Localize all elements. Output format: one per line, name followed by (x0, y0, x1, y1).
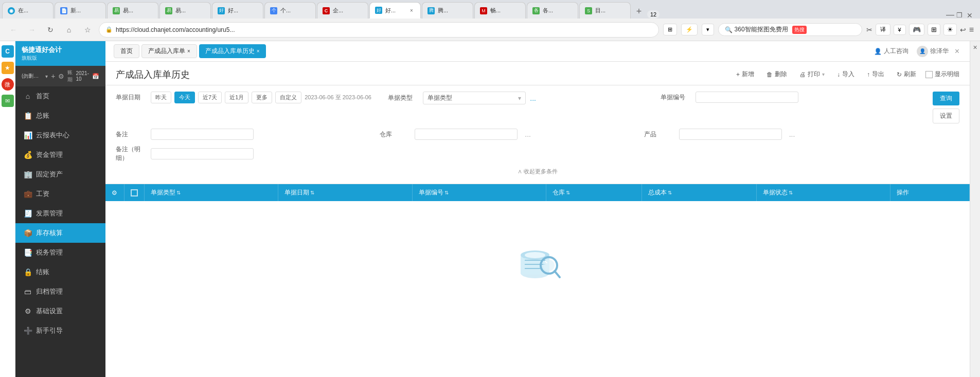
date-1month-btn[interactable]: 近1月 (225, 92, 248, 103)
th-checkbox[interactable] (124, 184, 144, 201)
sidebar-calendar-icon[interactable]: 📅 (92, 73, 99, 80)
warehouse-filter-input[interactable] (415, 129, 518, 140)
app-icon-star[interactable]: ★ (2, 62, 14, 74)
address-input[interactable]: 🔒 https://cloud.chanjet.com/accounting/u… (99, 22, 659, 38)
minimize-button[interactable]: — (946, 11, 953, 19)
add-button[interactable]: + 新增 (733, 68, 757, 81)
sidebar-item-closing[interactable]: 🔒 结账 (15, 262, 105, 282)
date-more-btn[interactable]: 更多 (252, 92, 272, 103)
type-filter-select[interactable]: 单据类型 ▾ (423, 92, 526, 104)
tab-pill-history[interactable]: 产成品入库单历史 × (199, 44, 266, 58)
setting-button[interactable]: 设置 (933, 109, 959, 123)
app-icon-mail[interactable]: ✉ (2, 95, 14, 107)
human-service-link[interactable]: 👤 人工咨询 (874, 47, 908, 56)
extensions-button[interactable]: ⊞ (663, 24, 677, 35)
close-window-button[interactable]: ✕ (967, 11, 974, 19)
tab-pill-list[interactable]: 产成品入库单 × (141, 44, 197, 58)
gamepad-button[interactable]: 🎮 (909, 24, 924, 35)
th-total-cost[interactable]: 总成本⇅ (642, 184, 756, 201)
sidebar-item-funds[interactable]: 💰 资金管理 (15, 145, 105, 165)
sidebar-item-home[interactable]: ⌂ 首页 (15, 86, 105, 106)
th-number[interactable]: 单据编号⇅ (412, 184, 546, 201)
theme-button[interactable]: ☀ (943, 24, 957, 35)
settings-browser-button[interactable]: ≡ (969, 25, 974, 34)
sidebar-item-newentry[interactable]: ➕ 新手引导 (15, 321, 105, 340)
th-date[interactable]: 单据日期⇅ (278, 184, 413, 201)
sidebar-item-settings[interactable]: ⚙ 基础设置 (15, 301, 105, 321)
th-warehouse[interactable]: 仓库⇅ (546, 184, 642, 201)
th-settings[interactable]: ⚙ (105, 184, 124, 201)
browser-tab-6[interactable]: 个 个... (264, 2, 316, 19)
refresh-browser-button[interactable]: ↻ (43, 23, 58, 37)
sidebar-item-invoice[interactable]: 🧾 发票管理 (15, 204, 105, 223)
sidebar-gear-icon[interactable]: ⚙ (58, 73, 64, 80)
th-type[interactable]: 单据类型⇅ (144, 184, 278, 201)
sidebar-item-reports[interactable]: 📊 云报表中心 (15, 125, 105, 145)
browser-tab-2[interactable]: 📄 新... (55, 2, 106, 19)
sidebar-item-assets[interactable]: 🏢 固定资产 (15, 165, 105, 184)
tab-close-8[interactable]: × (408, 7, 415, 14)
sidebar-item-archive[interactable]: 🗃 归档管理 (15, 282, 105, 301)
new-tab-button[interactable]: + (632, 4, 646, 19)
date-custom-btn[interactable]: 自定义 (275, 92, 301, 103)
forward-button[interactable]: → (25, 23, 39, 37)
th-type-sort[interactable]: ⇅ (176, 190, 181, 195)
sidebar-item-general[interactable]: 📋 总账 (15, 106, 105, 125)
search-toggle-button[interactable]: ▾ (702, 24, 714, 35)
tab-pill-list-close[interactable]: × (187, 48, 190, 54)
th-status[interactable]: 单据状态⇅ (756, 184, 890, 201)
th-status-sort[interactable]: ⇅ (789, 190, 793, 195)
note-filter-input[interactable] (151, 129, 254, 140)
maximize-button[interactable]: ❐ (956, 11, 964, 19)
th-warehouse-sort[interactable]: ⇅ (566, 190, 570, 195)
yuan-button[interactable]: ¥ (894, 25, 906, 35)
product-filter-dots[interactable]: ... (786, 130, 798, 138)
panel-close-button[interactable]: × (953, 47, 961, 56)
right-panel-close[interactable]: × (973, 43, 977, 51)
show-columns-toggle[interactable]: 显示明细 (925, 70, 959, 79)
browser-tab-5[interactable]: 好 好... (212, 2, 263, 19)
date-yesterday-btn[interactable]: 昨天 (151, 92, 171, 103)
browser-tab-7[interactable]: C 企... (317, 2, 368, 19)
query-button[interactable]: 查询 (933, 92, 959, 105)
th-number-sort[interactable]: ⇅ (444, 190, 449, 195)
sidebar-add-icon[interactable]: + (51, 72, 55, 80)
browser-tab-9[interactable]: 腾 腾... (422, 2, 473, 19)
refresh-page-button[interactable]: ↻ 刷新 (894, 68, 919, 81)
bookmark-button[interactable]: ☆ (80, 23, 95, 37)
sidebar-company[interactable]: (勿删勿禁用）江西服宝测试专用 ▾ + ⚙ 账期 2021-10 📅 (15, 66, 105, 86)
extensions-2-button[interactable]: ⚡ (681, 24, 698, 35)
product-filter-input[interactable] (679, 129, 782, 140)
translate-button[interactable]: 译 (876, 24, 890, 35)
warehouse-filter-dots[interactable]: ... (522, 130, 534, 138)
browser-tab-12[interactable]: S 目... (579, 2, 631, 19)
browser-tab-4[interactable]: 易 易... (159, 2, 211, 19)
browser-tab-11[interactable]: 各 各... (527, 2, 578, 19)
print-dropdown-icon[interactable]: ▾ (822, 71, 825, 77)
app-icon-weibo[interactable]: 微 (2, 78, 14, 91)
sidebar-company-dropdown[interactable]: ▾ (45, 74, 48, 79)
import-button[interactable]: ↓ 导入 (834, 68, 858, 81)
browser-tab-3[interactable]: 易 易... (107, 2, 158, 19)
export-button[interactable]: ↑ 导出 (864, 68, 887, 81)
back-button[interactable]: ← (6, 23, 21, 37)
user-area[interactable]: 👤 徐泽华 (917, 46, 949, 57)
browser-tab-1[interactable]: ◉ 在... (2, 2, 54, 19)
th-date-sort[interactable]: ⇅ (310, 190, 314, 195)
detail-note-filter-input[interactable] (151, 148, 254, 159)
home-browser-button[interactable]: ⌂ (62, 23, 76, 37)
print-button[interactable]: 🖨 打印 ▾ (796, 68, 828, 81)
sidebar-item-tax[interactable]: 📑 税务管理 (15, 243, 105, 262)
scissors-icon[interactable]: ✂ (866, 26, 872, 34)
tab-pill-home[interactable]: 首页 (114, 44, 139, 58)
browser-tab-8[interactable]: 好 好... × (369, 2, 421, 19)
collapse-bar[interactable]: ∧ 收起更多条件 (116, 166, 959, 177)
date-7days-btn[interactable]: 近7天 (198, 92, 222, 103)
tab-pill-history-close[interactable]: × (257, 48, 260, 54)
browser-tab-10[interactable]: M 畅... (474, 2, 526, 19)
sidebar-item-inventory[interactable]: 📦 库存核算 (15, 223, 105, 243)
undo-button[interactable]: ↩ (960, 26, 966, 34)
show-columns-checkbox[interactable] (925, 71, 933, 78)
date-today-btn[interactable]: 今天 (174, 92, 195, 103)
number-filter-input[interactable] (696, 92, 798, 103)
